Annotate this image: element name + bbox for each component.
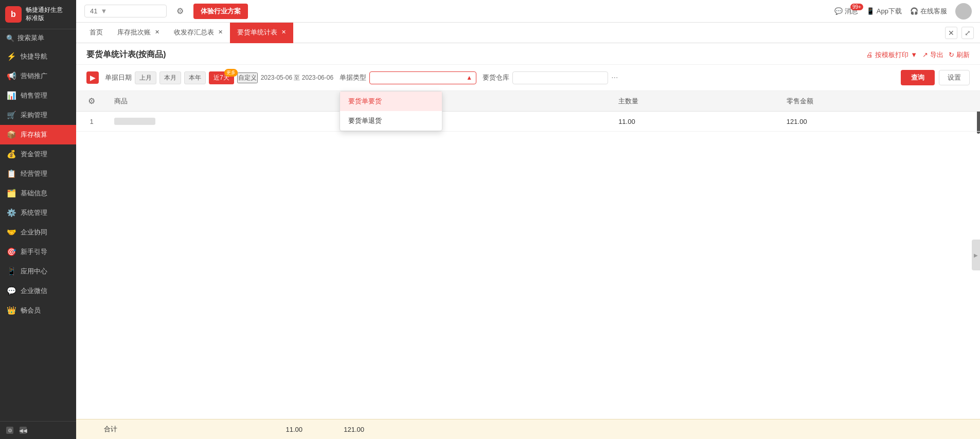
sidebar-item-member[interactable]: 👑 畅会员 bbox=[0, 301, 76, 320]
export-button[interactable]: ↗ 导出 bbox=[922, 50, 943, 60]
operation-icon: 📋 bbox=[6, 169, 16, 178]
enterprise-icon: 🤝 bbox=[6, 228, 16, 237]
right-collapse-btn[interactable]: ▶ bbox=[972, 240, 980, 270]
print-chevron-icon: ▼ bbox=[911, 51, 917, 59]
row-no: 1 bbox=[76, 112, 107, 132]
member-icon: 👑 bbox=[6, 306, 16, 315]
tab-close-batch[interactable]: ✕ bbox=[155, 29, 159, 35]
quick-nav-icon: ⚡ bbox=[6, 52, 16, 61]
date-last-month-btn[interactable]: 上月 bbox=[135, 71, 156, 84]
col-settings-header: ⚙ bbox=[76, 91, 107, 112]
app-download-btn[interactable]: 📱 App下载 bbox=[866, 7, 902, 16]
date-this-year-btn[interactable]: 本年 bbox=[184, 71, 206, 84]
sidebar-logo: b 畅捷通好生意 标准版 bbox=[0, 0, 76, 29]
store-selector[interactable]: 41 ▼ bbox=[84, 5, 167, 17]
sidebar-item-operation[interactable]: 📋 经营管理 bbox=[0, 164, 76, 184]
query-button[interactable]: 查询 bbox=[901, 70, 935, 85]
row-quantity: 11.00 bbox=[611, 112, 779, 132]
tab-order-stats[interactable]: 要货单统计表 ✕ bbox=[230, 23, 293, 43]
filter-expand-button[interactable]: ▶ bbox=[86, 71, 99, 84]
message-icon: 💬 bbox=[834, 7, 843, 15]
app-center-icon: 📱 bbox=[6, 267, 16, 276]
sidebar-item-basic[interactable]: 🗂️ 基础信息 bbox=[0, 184, 76, 203]
sidebar-bottom: ⚙ ◀◀ bbox=[0, 421, 76, 439]
page-header-actions: 🖨 按模板打印 ▼ ↗ 导出 ↻ 刷新 bbox=[866, 50, 970, 60]
sidebar-item-finance[interactable]: 💰 资金管理 bbox=[0, 144, 76, 164]
settings-bottom-icon[interactable]: ⚙ bbox=[6, 427, 13, 434]
topbar: 41 ▼ ⚙ 体验行业方案 💬 消息 99+ 📱 App下载 🎧 在线客服 bbox=[76, 0, 980, 23]
service-btn[interactable]: 🎧 在线客服 bbox=[910, 7, 947, 16]
refresh-button[interactable]: ↻ 刷新 bbox=[949, 50, 970, 60]
dropdown-item-order-ret[interactable]: 要货单退货 bbox=[340, 111, 442, 131]
sidebar-item-wechat[interactable]: 💬 企业微信 bbox=[0, 281, 76, 301]
tab-expand-icon[interactable]: ⤢ bbox=[961, 27, 974, 39]
sidebar-item-purchase[interactable]: 🛒 采购管理 bbox=[0, 105, 76, 125]
date-this-month-btn[interactable]: 本月 bbox=[159, 71, 181, 84]
row-amount: 121.00 bbox=[779, 112, 980, 132]
system-icon: ⚙️ bbox=[6, 208, 16, 217]
wechat-icon: 💬 bbox=[6, 286, 16, 296]
export-icon: ↗ bbox=[922, 51, 928, 59]
basic-icon: 🗂️ bbox=[6, 189, 16, 198]
main-area: 41 ▼ ⚙ 体验行业方案 💬 消息 99+ 📱 App下载 🎧 在线客服 首页 bbox=[76, 0, 980, 439]
tab-batch-account[interactable]: 库存批次账 ✕ bbox=[110, 23, 167, 43]
warehouse-more-icon[interactable]: ··· bbox=[611, 73, 618, 82]
page-title: 要货单统计表(按商品) bbox=[86, 49, 166, 60]
col-amount-header: 零售金额 bbox=[779, 91, 980, 112]
product-name-placeholder bbox=[114, 118, 155, 125]
warehouse-filter-group: 要货仓库 ··· bbox=[483, 71, 618, 84]
mobile-icon: 📱 bbox=[866, 7, 875, 15]
row-product bbox=[107, 112, 378, 132]
warehouse-input[interactable] bbox=[512, 71, 608, 84]
table-settings-icon[interactable]: ⚙ bbox=[83, 96, 100, 106]
tab-close-order[interactable]: ✕ bbox=[281, 29, 286, 35]
date-recent-7-btn[interactable]: 近7天 更多 bbox=[209, 71, 234, 84]
type-input-wrapper: ▲ bbox=[369, 71, 476, 84]
print-icon: 🖨 bbox=[866, 51, 873, 59]
sidebar-search[interactable]: 🔍 搜索菜单 bbox=[0, 29, 76, 47]
purchase-icon: 🛒 bbox=[6, 111, 16, 120]
search-icon: 🔍 bbox=[6, 34, 14, 42]
type-input[interactable] bbox=[369, 71, 476, 84]
sidebar: b 畅捷通好生意 标准版 🔍 搜索菜单 ⚡ 快捷导航 📢 营销推广 📊 销售管理… bbox=[0, 0, 76, 439]
app-name: 畅捷通好生意 标准版 bbox=[26, 6, 63, 22]
collapse-icon[interactable]: ◀◀ bbox=[20, 427, 27, 434]
print-button[interactable]: 🖨 按模板打印 ▼ bbox=[866, 50, 917, 60]
sidebar-item-inventory[interactable]: 📦 库存核算 bbox=[0, 125, 76, 144]
type-label: 单据类型 bbox=[340, 73, 366, 82]
type-filter-group: 单据类型 ▲ 要货单要货 要货单退货 bbox=[340, 71, 476, 84]
filter-bar: ▶ 单据日期 上月 本月 本年 近7天 更多 自定义 2023-05-06 至 … bbox=[76, 65, 980, 91]
guide-icon: 🎯 bbox=[6, 247, 16, 257]
footer-total-label: 合计 bbox=[83, 425, 207, 434]
warehouse-label: 要货仓库 bbox=[483, 73, 509, 82]
tab-collection-summary[interactable]: 收发存汇总表 ✕ bbox=[167, 23, 230, 43]
trial-button[interactable]: 体验行业方案 bbox=[193, 4, 248, 19]
sidebar-item-app-center[interactable]: 📱 应用中心 bbox=[0, 262, 76, 281]
action-buttons: 查询 设置 bbox=[901, 70, 970, 85]
settings-button[interactable]: 设置 bbox=[939, 70, 970, 85]
sidebar-item-system[interactable]: ⚙️ 系统管理 bbox=[0, 203, 76, 223]
page-header: 要货单统计表(按商品) 🖨 按模板打印 ▼ ↗ 导出 ↻ 刷新 bbox=[76, 43, 980, 65]
user-avatar[interactable] bbox=[955, 3, 972, 20]
sidebar-item-enterprise[interactable]: 🤝 企业协同 bbox=[0, 223, 76, 242]
sidebar-item-guide[interactable]: 🎯 新手引导 bbox=[0, 242, 76, 262]
dropdown-item-order-req[interactable]: 要货单要货 bbox=[340, 92, 442, 111]
messages-btn[interactable]: 💬 消息 99+ bbox=[834, 7, 858, 16]
col-product-header: 商品 bbox=[107, 91, 378, 112]
sidebar-item-sales[interactable]: 📊 销售管理 bbox=[0, 86, 76, 105]
sidebar-item-quick-nav[interactable]: ⚡ 快捷导航 bbox=[0, 47, 76, 66]
tab-home[interactable]: 首页 bbox=[82, 23, 110, 43]
date-range-display: 2023-05-06 至 2023-06-06 bbox=[261, 74, 333, 82]
inventory-icon: 📦 bbox=[6, 130, 16, 139]
tabbar: 首页 库存批次账 ✕ 收发存汇总表 ✕ 要货单统计表 ✕ ✕ ⤢ bbox=[76, 23, 980, 43]
type-dropdown: 要货单要货 要货单退货 bbox=[340, 91, 442, 131]
topbar-gear-icon[interactable]: ⚙ bbox=[173, 4, 187, 19]
finance-icon: 💰 bbox=[6, 150, 16, 159]
tab-close-all-icon[interactable]: ✕ bbox=[945, 27, 957, 39]
tab-close-collection[interactable]: ✕ bbox=[218, 29, 223, 35]
date-label: 单据日期 bbox=[105, 73, 132, 82]
sidebar-item-marketing[interactable]: 📢 营销推广 bbox=[0, 66, 76, 86]
messages-badge: 99+ bbox=[850, 4, 863, 10]
footer-amount: 121.00 bbox=[310, 426, 371, 433]
date-custom-btn[interactable]: 自定义 bbox=[237, 72, 258, 83]
